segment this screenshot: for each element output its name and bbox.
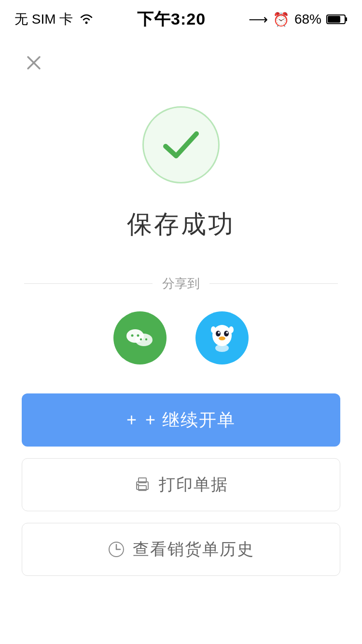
qq-share-button[interactable] bbox=[195, 311, 249, 364]
close-button[interactable] bbox=[19, 48, 48, 77]
svg-point-24 bbox=[137, 484, 139, 486]
svg-point-16 bbox=[226, 332, 228, 334]
svg-rect-3 bbox=[328, 16, 340, 23]
battery-percent: 68% bbox=[294, 12, 321, 27]
print-label: 打印单据 bbox=[159, 474, 228, 496]
svg-point-19 bbox=[229, 326, 234, 333]
status-bar: 无 SIM 卡 下午3:20 ⟶ ⏰ 68% bbox=[0, 0, 362, 39]
history-label: 查看销货单历史 bbox=[133, 538, 254, 560]
battery-icon bbox=[326, 14, 348, 25]
svg-point-17 bbox=[219, 336, 225, 340]
continue-label: + 继续开单 bbox=[145, 408, 236, 432]
wifi-icon bbox=[79, 14, 94, 25]
share-icons bbox=[113, 311, 249, 364]
divider-right bbox=[209, 283, 338, 284]
share-section: 分享到 bbox=[0, 275, 362, 364]
history-icon bbox=[108, 541, 125, 558]
svg-rect-2 bbox=[345, 17, 347, 21]
continue-icon: + bbox=[126, 410, 138, 430]
alarm-icon: ⏰ bbox=[273, 12, 290, 28]
checkmark-icon bbox=[162, 128, 200, 162]
svg-point-9 bbox=[137, 335, 139, 337]
svg-point-13 bbox=[216, 331, 221, 336]
print-button[interactable]: 打印单据 bbox=[22, 458, 340, 511]
qq-icon bbox=[207, 321, 238, 355]
svg-point-20 bbox=[215, 344, 229, 352]
success-circle bbox=[142, 106, 220, 183]
svg-point-18 bbox=[211, 326, 216, 333]
svg-point-14 bbox=[224, 331, 229, 336]
svg-point-10 bbox=[139, 338, 141, 340]
status-carrier: 无 SIM 卡 bbox=[14, 10, 94, 28]
status-time: 下午3:20 bbox=[137, 8, 206, 30]
action-buttons: + + 继续开单 打印单据 查看销货单历史 bbox=[22, 393, 340, 576]
svg-point-8 bbox=[131, 335, 133, 337]
share-label: 分享到 bbox=[153, 275, 209, 292]
main-content: 保存成功 分享到 bbox=[0, 39, 362, 576]
continue-button[interactable]: + + 继续开单 bbox=[22, 393, 340, 447]
location-icon: ⟶ bbox=[249, 12, 268, 28]
svg-point-11 bbox=[145, 338, 147, 340]
status-right-icons: ⟶ ⏰ 68% bbox=[249, 12, 348, 28]
svg-point-15 bbox=[218, 332, 220, 334]
wechat-share-button[interactable] bbox=[113, 311, 167, 364]
share-divider: 分享到 bbox=[0, 275, 362, 292]
history-button[interactable]: 查看销货单历史 bbox=[22, 523, 340, 576]
svg-point-0 bbox=[85, 22, 88, 24]
success-title: 保存成功 bbox=[127, 208, 235, 241]
print-icon bbox=[134, 476, 151, 493]
divider-left bbox=[24, 283, 153, 284]
wechat-icon bbox=[125, 323, 156, 352]
